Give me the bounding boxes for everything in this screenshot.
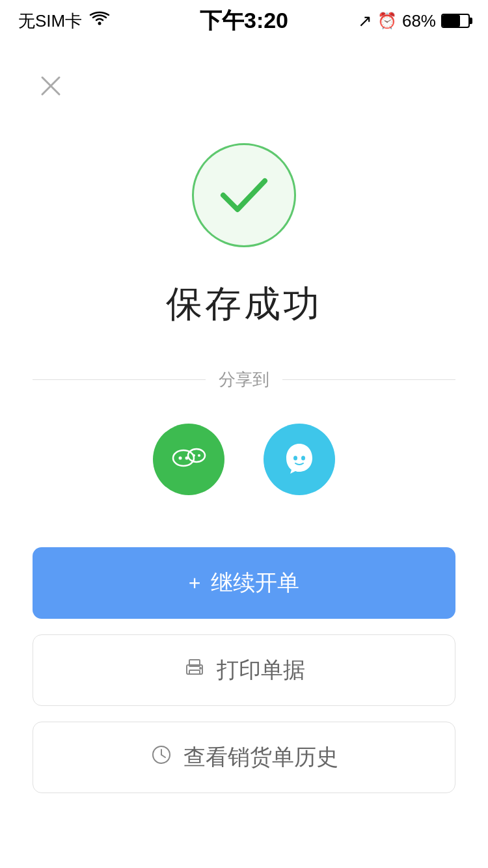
svg-point-4 <box>188 449 205 462</box>
plus-icon: + <box>189 571 201 595</box>
status-left: 无SIM卡 <box>18 10 111 33</box>
printer-icon <box>183 656 206 685</box>
svg-point-10 <box>301 456 305 461</box>
clock-icon-svg <box>150 743 173 766</box>
success-title: 保存成功 <box>166 280 322 329</box>
share-icons-row <box>33 424 455 495</box>
continue-order-label: 继续开单 <box>211 568 299 598</box>
divider-right <box>282 379 455 380</box>
close-icon <box>38 74 63 98</box>
location-icon: ↗ <box>358 11 372 31</box>
share-divider: 分享到 <box>33 368 455 391</box>
action-buttons: + 继续开单 打印单据 <box>33 547 455 793</box>
page-content: 保存成功 分享到 <box>0 42 488 793</box>
close-button-container <box>33 68 455 104</box>
qq-share-button[interactable] <box>264 424 335 495</box>
status-bar: 无SIM卡 下午3:20 ↗ ⏰ 68% <box>0 0 488 42</box>
carrier-text: 无SIM卡 <box>18 10 82 33</box>
share-label: 分享到 <box>219 368 269 391</box>
svg-point-6 <box>185 457 189 460</box>
svg-rect-13 <box>189 670 200 674</box>
print-button[interactable]: 打印单据 <box>33 634 455 706</box>
svg-point-0 <box>98 21 102 25</box>
status-right: ↗ ⏰ 68% <box>358 11 470 31</box>
svg-point-14 <box>199 667 202 670</box>
svg-point-5 <box>179 457 182 460</box>
print-label: 打印单据 <box>217 655 305 685</box>
continue-order-button[interactable]: + 继续开单 <box>33 547 455 619</box>
qq-icon <box>280 439 319 480</box>
wechat-share-button[interactable] <box>153 424 224 495</box>
printer-icon-svg <box>183 656 206 679</box>
clock-icon <box>150 743 173 772</box>
svg-point-9 <box>293 456 297 461</box>
svg-point-3 <box>173 450 194 466</box>
success-icon-circle <box>192 143 296 247</box>
wechat-icon <box>168 439 210 480</box>
wifi-icon <box>88 11 111 31</box>
battery-percentage: 68% <box>402 11 436 31</box>
alarm-icon: ⏰ <box>377 12 397 30</box>
close-button[interactable] <box>33 68 69 104</box>
svg-point-8 <box>198 454 200 457</box>
share-section: 分享到 <box>33 368 455 495</box>
battery-icon <box>441 14 470 28</box>
time-display: 下午3:20 <box>200 6 288 36</box>
svg-line-17 <box>161 755 165 757</box>
history-button[interactable]: 查看销货单历史 <box>33 722 455 793</box>
divider-left <box>33 379 206 380</box>
history-label: 查看销货单历史 <box>183 742 338 772</box>
checkmark-icon <box>218 176 270 215</box>
svg-point-7 <box>193 454 195 457</box>
